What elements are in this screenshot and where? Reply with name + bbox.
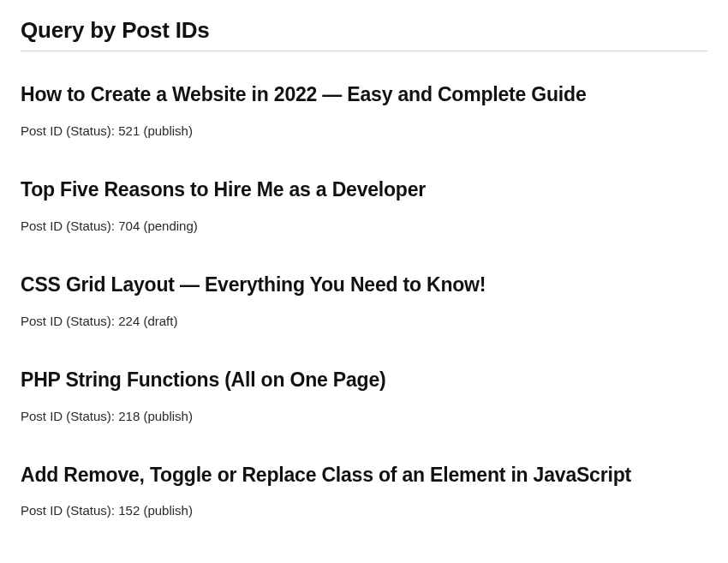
page-title: Query by Post IDs <box>21 17 707 51</box>
post-meta: Post ID (Status): 704 (pending) <box>21 219 707 233</box>
meta-label: Post ID (Status): <box>21 503 118 518</box>
meta-value: 521 (publish) <box>118 123 193 138</box>
post-meta: Post ID (Status): 224 (draft) <box>21 314 707 328</box>
post-title: PHP String Functions (All on One Page) <box>21 368 707 393</box>
post-meta: Post ID (Status): 521 (publish) <box>21 123 707 138</box>
post-item: Add Remove, Toggle or Replace Class of a… <box>21 463 707 518</box>
meta-label: Post ID (Status): <box>21 409 118 423</box>
post-item: How to Create a Website in 2022 — Easy a… <box>21 82 707 138</box>
meta-value: 152 (publish) <box>118 503 193 518</box>
post-meta: Post ID (Status): 152 (publish) <box>21 503 707 518</box>
meta-value: 218 (publish) <box>118 409 193 423</box>
meta-label: Post ID (Status): <box>21 219 118 233</box>
meta-label: Post ID (Status): <box>21 314 118 328</box>
post-item: PHP String Functions (All on One Page) P… <box>21 368 707 423</box>
post-title: Add Remove, Toggle or Replace Class of a… <box>21 463 707 488</box>
post-title: CSS Grid Layout — Everything You Need to… <box>21 273 707 298</box>
post-item: Top Five Reasons to Hire Me as a Develop… <box>21 177 707 233</box>
meta-value: 224 (draft) <box>118 314 177 328</box>
post-title: Top Five Reasons to Hire Me as a Develop… <box>21 177 707 203</box>
post-item: CSS Grid Layout — Everything You Need to… <box>21 273 707 328</box>
post-meta: Post ID (Status): 218 (publish) <box>21 409 707 423</box>
post-title: How to Create a Website in 2022 — Easy a… <box>21 82 707 108</box>
meta-label: Post ID (Status): <box>21 123 118 138</box>
meta-value: 704 (pending) <box>118 219 198 233</box>
